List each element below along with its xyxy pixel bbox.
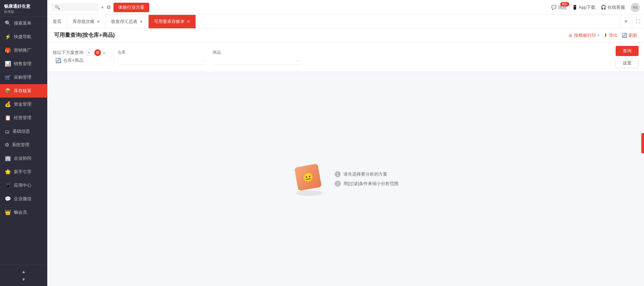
newguide-icon: 🌟 — [5, 169, 11, 175]
sidebar-item-inventory[interactable]: 📦 库存核算 — [0, 84, 47, 98]
print-label: 按模板打印 — [574, 32, 596, 38]
tab-inventory-summary[interactable]: 收发存汇总表 ✕ — [106, 15, 149, 28]
sidebar-item-marketing[interactable]: 🎁 营销推广 — [0, 44, 47, 57]
tab-available-qty-close[interactable]: ✕ — [187, 19, 190, 24]
sidebar-item-label: 快捷导航 — [14, 34, 31, 40]
sidebar-item-quicknav[interactable]: ⚡ 快捷导航 — [0, 30, 47, 44]
logo-title: 畅康通好生意 — [4, 3, 43, 9]
app-download-label: App下载 — [579, 4, 595, 10]
tab-inventory-summary-label: 收发存汇总表 — [111, 19, 137, 25]
topbar: 🔍 ▾ ⚙ 体验行业方案 💬 消息 99+ 📱 App下载 🎧 在线客服 — [47, 0, 644, 15]
sidebar-item-label: 新手引导 — [14, 169, 31, 175]
tab-available-qty-label: 可用量库存账本 — [154, 19, 185, 25]
tab-batchaccount-label: 库存批次账 — [73, 19, 95, 25]
sidebar-item-enterprise[interactable]: 🏢 企业协同 — [0, 152, 47, 165]
print-btn[interactable]: 🖨 按模板打印 ▾ — [568, 32, 600, 38]
query-row: 按以下方案查询 + ⚙ « 🔄 仓库+商品 仓库 — [53, 46, 639, 68]
sidebar-item-finance[interactable]: 💰 资金管理 — [0, 98, 47, 111]
scheme-item-warehouse-product[interactable]: 🔄 仓库+商品 — [53, 56, 109, 65]
hint-2-text: 用[过滤]条件来缩小分析范围 — [343, 181, 398, 187]
purchase-icon: 🛒 — [5, 74, 11, 80]
hint-1-text: 请先选择要分析的方案 — [343, 171, 387, 177]
print-icon: 🖨 — [568, 33, 573, 38]
app-download-btn[interactable]: 📱 App下载 — [572, 4, 595, 10]
search-input[interactable] — [61, 5, 95, 10]
sidebar-menu: 🔍 搜索菜单 ⚡ 快捷导航 🎁 营销推广 📊 销售管理 🛒 采购管理 📦 — [0, 17, 47, 265]
scheme-item-label: 仓库+商品 — [63, 57, 83, 63]
appcenter-icon: 📱 — [5, 182, 11, 188]
empty-hints: 1 请先选择要分析的方案 2 用[过滤]条件来缩小分析范围 — [335, 171, 398, 187]
product-input[interactable] — [214, 58, 295, 63]
message-btn[interactable]: 💬 消息 99+ — [551, 4, 567, 10]
query-area: 按以下方案查询 + ⚙ « 🔄 仓库+商品 仓库 — [47, 43, 644, 72]
add-scheme-btn[interactable]: + — [85, 49, 92, 56]
query-field-product: 商品 ··· — [213, 50, 301, 65]
empty-illustration: 😐 — [293, 162, 327, 196]
gear-icon[interactable]: ⚙ — [106, 4, 111, 10]
sidebar-item-search[interactable]: 🔍 搜索菜单 — [0, 17, 47, 30]
sidebar-item-wechat[interactable]: 💬 企业微信 — [0, 192, 47, 206]
hint-2: 2 用[过滤]条件来缩小分析范围 — [335, 181, 398, 187]
sidebar-item-newguide[interactable]: 🌟 新手引导 — [0, 165, 47, 179]
sidebar-item-system[interactable]: ⚙ 系统管理 — [0, 138, 47, 152]
sales-icon: 📊 — [5, 61, 11, 67]
sidebar-item-operation[interactable]: 📋 经营管理 — [0, 111, 47, 125]
sidebar-item-label: 采购管理 — [14, 74, 31, 80]
scheme-settings-btn[interactable]: ⚙ — [94, 49, 101, 56]
tab-home[interactable]: 首页 — [47, 15, 67, 28]
sidebar-item-appcenter[interactable]: 📱 应用中心 — [0, 179, 47, 192]
sidebar-item-label: 销售管理 — [14, 61, 31, 67]
tab-available-qty[interactable]: 可用量库存账本 ✕ — [149, 15, 196, 28]
sidebar-item-label: 经营管理 — [14, 115, 31, 121]
logo: 畅康通好生意 标准版 — [0, 0, 47, 17]
sidebar-scroll-up[interactable]: ▲ — [0, 268, 47, 276]
topbar-right: 💬 消息 99+ 📱 App下载 🎧 在线客服 Rit — [551, 3, 640, 12]
sidebar-scroll-down[interactable]: ▼ — [0, 276, 47, 283]
export-btn[interactable]: ⬆ 导出 — [604, 32, 618, 38]
avatar: Rit — [630, 3, 640, 12]
maximize-btn[interactable]: ⛶ — [632, 15, 644, 28]
enterprise-icon: 🏢 — [5, 155, 11, 161]
search-icon: 🔍 — [5, 20, 11, 26]
collapse-icon[interactable]: « — [103, 50, 106, 55]
sidebar-item-member[interactable]: 👑 畅会员 — [0, 206, 47, 219]
online-service-btn[interactable]: 🎧 在线客服 — [601, 4, 625, 10]
sidebar-item-label: 营销推广 — [14, 47, 31, 53]
product-more-icon[interactable]: ··· — [297, 58, 300, 63]
warehouse-input[interactable] — [119, 58, 200, 63]
sidebar-item-label: 系统管理 — [12, 142, 29, 148]
sidebar-item-label: 基础信息 — [12, 128, 30, 134]
user-name: Rit — [633, 5, 637, 9]
industry-btn[interactable]: 体验行业方案 — [113, 3, 149, 12]
refresh-btn[interactable]: 🔄 刷新 — [622, 32, 637, 38]
sidebar-item-label: 畅会员 — [14, 209, 27, 215]
main-content: 🔍 ▾ ⚙ 体验行业方案 💬 消息 99+ 📱 App下载 🎧 在线客服 — [47, 0, 644, 286]
dropdown-arrow-icon[interactable]: ▾ — [101, 5, 104, 10]
sidebar-item-sales[interactable]: 📊 销售管理 — [0, 57, 47, 71]
sidebar-item-label: 搜索菜单 — [14, 20, 31, 26]
scheme-icon: 🔄 — [55, 58, 61, 63]
right-scroll-edge — [641, 133, 644, 153]
settings-btn[interactable]: 设置 — [616, 58, 639, 68]
tab-batchaccount[interactable]: 库存批次账 ✕ — [67, 15, 106, 28]
scheme-label-text: 按以下方案查询 — [53, 50, 83, 56]
empty-face-icon: 😐 — [302, 171, 314, 183]
tab-inventory-summary-close[interactable]: ✕ — [139, 19, 143, 24]
print-dropdown-icon[interactable]: ▾ — [597, 33, 600, 38]
sidebar-item-purchase[interactable]: 🛒 采购管理 — [0, 71, 47, 84]
close-tab-btn[interactable]: ✕ — [620, 15, 632, 28]
topbar-search[interactable]: 🔍 — [51, 3, 99, 11]
sidebar-item-label: 应用中心 — [14, 182, 31, 188]
query-btn[interactable]: 查询 — [616, 46, 639, 56]
tab-batchaccount-close[interactable]: ✕ — [97, 19, 100, 24]
tab-home-label: 首页 — [53, 19, 61, 25]
user-avatar-btn[interactable]: Rit — [630, 3, 640, 12]
warehouse-more-icon[interactable]: ··· — [201, 58, 205, 63]
system-icon: ⚙ — [5, 142, 9, 148]
sidebar-item-label: 企业微信 — [14, 196, 31, 202]
sidebar-bottom: ▲ ▼ — [0, 265, 47, 286]
tabbar-actions: ✕ ⛶ — [620, 15, 644, 28]
sidebar-item-label: 库存核算 — [14, 88, 31, 94]
tabbar: 首页 库存批次账 ✕ 收发存汇总表 ✕ 可用量库存账本 ✕ ✕ ⛶ — [47, 15, 644, 28]
sidebar-item-base[interactable]: 🗂 基础信息 — [0, 125, 47, 138]
